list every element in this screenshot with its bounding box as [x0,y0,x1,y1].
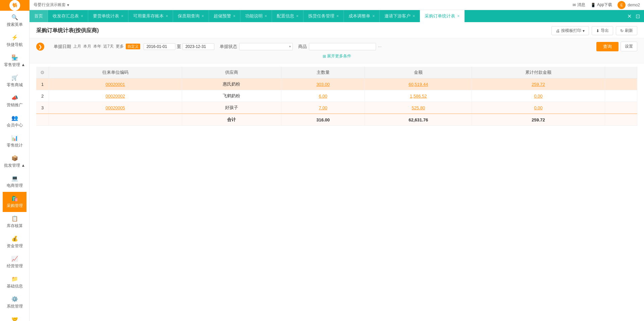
tab-label-invite: 邀请下游客户 [384,13,411,19]
print-button[interactable]: 🖨 按模板打印 ▾ [551,26,589,35]
tab-close-purchase[interactable]: × [457,14,460,18]
sidebar-item-wholesale[interactable]: 📦批发管理 ▲ [3,152,26,172]
total-settings-cell [36,114,49,126]
row-supplier-2: 好孩子 [182,102,281,114]
wholesale-icon: 📦 [11,155,18,161]
tab-demand[interactable]: 要货单统计表× [88,10,128,22]
tab-close-costadj[interactable]: × [372,14,375,18]
row-paid-2[interactable]: 0.00 [472,102,605,114]
tab-close-overstock[interactable]: × [233,14,235,18]
this-year-btn[interactable]: 本年 [93,44,101,49]
date-to-input[interactable] [182,43,214,50]
row-code-0[interactable]: 00020001 [49,78,182,90]
app-download-button[interactable]: 📱 App下载 [591,2,612,8]
tab-overstock[interactable]: 超储预警× [209,10,240,22]
sidebar-item-finance[interactable]: 💰资金管理 [3,232,26,252]
tab-label-home: 首页 [34,13,43,19]
tab-available[interactable]: 可用量库存账本× [128,10,173,22]
tab-costadj[interactable]: 成本调整单× [344,10,380,22]
tab-label-expiry: 保质期查询 [178,13,200,19]
toggle-filter-button[interactable]: ❯ [36,43,44,51]
sidebar-item-bizmanage[interactable]: 📈经营管理 [3,252,26,272]
tab-home[interactable]: 首页 [30,10,48,22]
this-month-btn[interactable]: 本月 [83,44,91,49]
last7days-btn[interactable]: 近7天 [103,44,114,49]
tab-label-receive: 收发存汇总表 [53,13,79,19]
row-qty-1[interactable]: 6.00 [281,90,365,102]
sidebar-item-inventory[interactable]: 📋库存核算 [3,212,26,232]
refresh-button[interactable]: ↻ 刷新 [616,26,637,35]
tab-close-invite[interactable]: × [413,14,415,18]
tab-close-available[interactable]: × [166,14,168,18]
sidebar-item-retail[interactable]: 🏪零售管理 ▲ [3,51,26,71]
message-button[interactable]: ✉ 消息 [573,2,585,8]
workspace-selector[interactable]: 母婴行业演示账套 ▾ [34,2,69,8]
workspace-dropdown-icon: ▾ [67,3,69,7]
tab-pickjob[interactable]: 拣货任务管理× [304,10,344,22]
date-from-input[interactable] [144,43,175,50]
row-qty-0[interactable]: 303.00 [281,78,365,90]
tabbar-actions: ✕ ⊡ [623,13,644,19]
tab-purchase[interactable]: 采购订单统计表× [420,10,465,22]
sidebar-item-quicknav[interactable]: ⚡快捷导航 [3,31,26,51]
tab-close-config[interactable]: × [296,14,299,18]
sidebar-item-label: 搜索英单 [7,22,23,28]
settings-button[interactable]: 设置 [621,42,637,51]
last-month-btn[interactable]: 上月 [73,44,81,49]
row-code-2[interactable]: 00020005 [49,102,182,114]
row-paid-1[interactable]: 0.00 [472,90,605,102]
close-tab-button[interactable]: ✕ [626,13,633,19]
topbar: 母婴行业演示账套 ▾ ✉ 消息 📱 App下载 E demo2 [30,0,644,10]
export-button[interactable]: ⬇ 导出 [592,26,613,35]
query-button[interactable]: 查询 [596,42,619,51]
row-amount-1[interactable]: 1,586.52 [365,90,472,102]
status-select[interactable] [239,43,293,50]
table-row: 3 00020005 好孩子 7.00 525.80 0.00 [36,102,637,114]
table-container: ⚙ 往来单位编码 供应商 主数量 金额 累计付款金额 1 00020001 惠氏… [30,67,644,132]
print-dropdown-icon: ▾ [583,29,585,33]
more-dates-btn[interactable]: 更多 [116,44,124,49]
col-qty-header: 主数量 [281,67,365,78]
expand-filter-button[interactable]: ⊞ 展开更多条件 [323,53,351,59]
workspace-label: 母婴行业演示账套 [34,2,66,8]
user-menu[interactable]: E demo2 [618,1,640,9]
tab-close-receive[interactable]: × [81,14,83,18]
goods-more-btn[interactable]: ··· [378,44,382,49]
tab-close-expiry[interactable]: × [202,14,204,18]
tab-config[interactable]: 配置信息× [272,10,304,22]
tab-close-demand[interactable]: × [121,14,123,18]
sidebar-item-retailmall[interactable]: 🛒零售商城 [3,71,26,91]
sidebar-item-search[interactable]: 🔍搜索英单 [3,11,26,31]
sidebar-item-ecommerce[interactable]: 💻电商管理 [3,172,26,192]
filter-area: ❯ 单据日期 上月 本月 本年 近7天 更多 自定义 至 [30,38,644,63]
tab-receive[interactable]: 收发存汇总表× [48,10,88,22]
sidebar-item-enterprise[interactable]: 🤝企业协同 [3,313,26,321]
custom-date-tag: 自定义 [126,44,140,49]
row-code-1[interactable]: 00020002 [49,90,182,102]
row-qty-2[interactable]: 7.00 [281,102,365,114]
tab-invite[interactable]: 邀请下游客户× [380,10,420,22]
sidebar-item-system[interactable]: ⚙️系统管理 [3,292,26,313]
sidebar-item-member[interactable]: 👥会员中心 [3,111,26,131]
sidebar-item-purchase[interactable]: 🛍️采购管理 [3,192,26,212]
data-table: ⚙ 往来单位编码 供应商 主数量 金额 累计付款金额 1 00020001 惠氏… [36,67,637,126]
total-qty-cell: 316.00 [281,114,365,126]
sidebar-item-label: 会员中心 [7,122,23,128]
sidebar-item-retailstat[interactable]: 📊零售统计 [3,131,26,152]
goods-input[interactable] [309,43,376,50]
sidebar-item-marketing[interactable]: 📣营销推广 [3,91,26,111]
column-settings-icon[interactable]: ⚙ [40,70,45,75]
row-paid-0[interactable]: 259.72 [472,78,605,90]
row-amount-0[interactable]: 60,519.44 [365,78,472,90]
maximize-tab-button[interactable]: ⊡ [634,13,641,19]
logo: 畅 [0,0,30,11]
date-filter-label: 单据日期 [54,44,71,50]
tab-expiry[interactable]: 保质期查询× [173,10,209,22]
sidebar-item-basic[interactable]: 📁基础信息 [3,272,26,292]
avatar: E [618,1,626,9]
row-amount-2[interactable]: 525.80 [365,102,472,114]
system-icon: ⚙️ [11,296,18,302]
tab-close-pickjob[interactable]: × [336,14,339,18]
tab-close-funcdes[interactable]: × [265,14,267,18]
tab-funcdes[interactable]: 功能说明× [240,10,272,22]
